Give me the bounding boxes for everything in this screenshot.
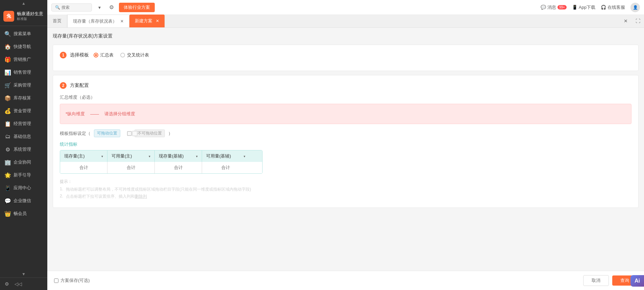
- sidebar-item-system[interactable]: ⚙ 系统管理: [0, 143, 47, 156]
- hint-2-link[interactable]: 删除列: [135, 194, 147, 199]
- dimension-row-label: *纵向维度: [66, 111, 85, 117]
- tab-new-plan[interactable]: 新建方案 ✕: [129, 15, 165, 27]
- sidebar-label-sales: 销售管理: [14, 69, 31, 75]
- sidebar-item-finance[interactable]: 💰 资金管理: [0, 104, 47, 117]
- tabs-bar: 首页 现存量（库存状况表） ✕ 新建方案 ✕ ✕ ⛶: [47, 15, 644, 28]
- topbar-search-box[interactable]: 🔍: [51, 3, 92, 11]
- msg-badge: 99+: [558, 5, 567, 9]
- sidebar-item-business[interactable]: 📋 经营管理: [0, 117, 47, 130]
- win-expand-btn[interactable]: ⛶: [632, 15, 644, 27]
- stats-col-body-1: 合计: [107, 162, 155, 173]
- msg-label: 消息: [547, 4, 556, 10]
- sidebar-scroll-down[interactable]: ▼: [0, 271, 47, 277]
- radio-summary[interactable]: 汇总表: [94, 52, 114, 58]
- logo-badge: 标准版: [17, 17, 43, 21]
- stats-table-header: 现存量(主)▾可用量(主)▾现存量(基辅)▾可用量(基辅)▾: [60, 150, 262, 162]
- sidebar-item-basic-info[interactable]: 🗂 基础信息: [0, 130, 47, 143]
- hint-1: 1. 拖动标题栏可以调整布局，不可跨维度或指标区域拖动栏目字段(只能在同一维度或…: [60, 187, 631, 192]
- topbar-dropdown-btn[interactable]: ▾: [95, 3, 104, 12]
- sidebar-label-basic-info: 基础信息: [14, 134, 31, 140]
- radio-cross-label: 交叉统计表: [127, 52, 149, 58]
- service-label: 在线客服: [608, 4, 625, 10]
- tab-inventory-label: 现存量（库存状况表）: [73, 18, 117, 24]
- sidebar: ▲ 兔 畅康通好生意 标准版 🔍 搜索菜单🏠 快捷导航🎁 营销推广📊 销售管理🛒…: [0, 0, 47, 290]
- cancel-btn[interactable]: 取消: [583, 275, 609, 286]
- sidebar-item-vip[interactable]: 👑 畅会员: [0, 207, 47, 220]
- sidebar-item-wechat[interactable]: 💬 企业微信: [0, 194, 47, 207]
- topbar-app-download[interactable]: 📱 App下载: [572, 4, 595, 10]
- settings-footer-btn[interactable]: ⚙: [5, 281, 9, 287]
- sidebar-item-sales[interactable]: 📊 销售管理: [0, 66, 47, 79]
- indicator-tag-fixed: 不可拖动位置: [134, 129, 165, 137]
- sidebar-label-search-menu: 搜索菜单: [14, 31, 31, 37]
- tab-inventory-close[interactable]: ✕: [120, 19, 124, 24]
- ai-fab-button[interactable]: Ai: [630, 275, 644, 287]
- sidebar-item-newbie[interactable]: 🌟 新手引导: [0, 169, 47, 182]
- tab-inventory-status[interactable]: 现存量（库存状况表） ✕: [67, 15, 129, 27]
- stats-col-chevron-1[interactable]: ▾: [149, 154, 150, 158]
- topbar-avatar[interactable]: 👤: [630, 3, 640, 12]
- search-input[interactable]: [61, 5, 89, 10]
- section-2-card: 2 方案配置 汇总维度（必选） *纵向维度 —— 请选择分组维度 模板指标设定（…: [53, 75, 639, 208]
- section-2-num: 2: [60, 82, 67, 89]
- tab-new-plan-close[interactable]: ✕: [156, 19, 159, 23]
- sidebar-scroll-up[interactable]: ▲: [0, 0, 47, 7]
- sidebar-item-app-center[interactable]: 📱 应用中心: [0, 182, 47, 194]
- content-area: 现存量(库存状况表)方案设置 1 选择模板 汇总表 交叉统计表: [47, 28, 644, 271]
- stats-col-chevron-3[interactable]: ▾: [244, 154, 245, 158]
- radio-summary-label: 汇总表: [100, 52, 114, 58]
- indicator-setting: 模板指标设定（ 可拖动位置 不可拖动位置 ）: [60, 129, 631, 137]
- sidebar-label-purchase: 采购管理: [14, 82, 31, 88]
- sidebar-label-inventory: 库存核算: [14, 95, 31, 101]
- logo-icon: 兔: [3, 11, 14, 22]
- hint-1-text: 拖动标题栏可以调整布局，不可跨维度或指标区域拖动栏目字段(只能在同一维度或指标区…: [66, 187, 251, 192]
- save-checkbox-input[interactable]: [54, 279, 58, 283]
- topbar-service[interactable]: 🎧 在线客服: [601, 4, 625, 10]
- section-2-title: 方案配置: [70, 82, 89, 89]
- industry-btn[interactable]: 体验行业方案: [119, 3, 155, 12]
- dimension-area[interactable]: *纵向维度 —— 请选择分组维度: [60, 104, 631, 124]
- sidebar-item-marketing[interactable]: 🎁 营销推广: [0, 53, 47, 66]
- sidebar-label-quick-nav: 快捷导航: [14, 44, 31, 50]
- save-label: 方案保存(可选): [60, 277, 90, 284]
- stats-col-header-2[interactable]: 现存量(基辅)▾: [155, 150, 202, 162]
- sidebar-icon-wechat: 💬: [5, 198, 11, 204]
- stats-col-label-0: 现存量(主): [64, 153, 85, 159]
- stats-table-body: 合计合计合计合计: [60, 162, 262, 173]
- sidebar-label-system: 系统管理: [14, 146, 31, 152]
- radio-cross[interactable]: 交叉统计表: [120, 52, 149, 58]
- stats-col-label-3: 可用量(基辅): [206, 153, 231, 159]
- sidebar-item-enterprise[interactable]: 🏢 企业协同: [0, 156, 47, 169]
- sidebar-icon-app-center: 📱: [5, 185, 11, 191]
- stats-label: 统计指标: [60, 141, 631, 147]
- sidebar-item-purchase[interactable]: 🛒 采购管理: [0, 79, 47, 92]
- hint-1-num: 1.: [60, 187, 63, 192]
- sidebar-label-app-center: 应用中心: [14, 185, 31, 191]
- stats-col-header-0[interactable]: 现存量(主)▾: [60, 150, 107, 162]
- template-radio-group: 汇总表 交叉统计表: [94, 52, 149, 58]
- audio-footer-btn[interactable]: ◁◁: [15, 281, 22, 287]
- topbar-msg[interactable]: 💬 消息 99+: [541, 4, 567, 10]
- sidebar-icon-vip: 👑: [5, 211, 11, 217]
- sidebar-item-search-menu[interactable]: 🔍 搜索菜单: [0, 27, 47, 40]
- sidebar-icon-business: 📋: [5, 121, 11, 127]
- logo-text: 畅康通好生意: [17, 11, 43, 17]
- sidebar-item-inventory[interactable]: 📦 库存核算: [0, 92, 47, 104]
- sidebar-icon-system: ⚙: [5, 146, 11, 152]
- stats-col-chevron-2[interactable]: ▾: [196, 154, 198, 158]
- sidebar-item-quick-nav[interactable]: 🏠 快捷导航: [0, 40, 47, 53]
- win-close-btn[interactable]: ✕: [620, 15, 632, 27]
- sidebar-icon-purchase: 🛒: [5, 82, 11, 88]
- stats-col-body-2: 合计: [155, 162, 202, 173]
- stats-col-header-1[interactable]: 可用量(主)▾: [107, 150, 155, 162]
- section-1-header: 1 选择模板 汇总表 交叉统计表: [60, 52, 631, 58]
- save-checkbox[interactable]: 方案保存(可选): [54, 277, 90, 284]
- sidebar-label-enterprise: 企业协同: [14, 159, 31, 165]
- sidebar-label-wechat: 企业微信: [14, 198, 31, 204]
- topbar-gear-btn[interactable]: ⚙: [107, 3, 116, 12]
- tab-home[interactable]: 首页: [47, 15, 67, 27]
- dimension-label: 汇总维度（必选）: [60, 94, 631, 100]
- section-1-card: 1 选择模板 汇总表 交叉统计表: [53, 45, 639, 71]
- stats-col-header-3[interactable]: 可用量(基辅)▾: [202, 150, 249, 162]
- stats-col-chevron-0[interactable]: ▾: [101, 154, 103, 158]
